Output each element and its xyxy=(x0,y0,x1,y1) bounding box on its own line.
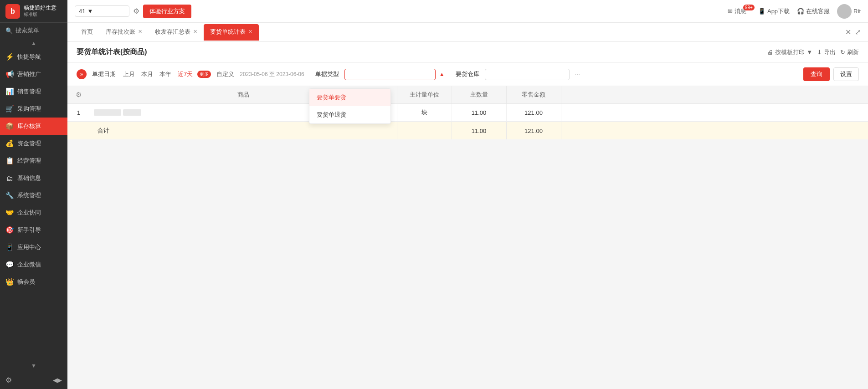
settings-icon[interactable]: ⚙ xyxy=(5,376,12,384)
footer-retail-amount: 121.00 xyxy=(507,122,561,139)
filter-bar: » 单据日期 上月 本月 本年 近7天 更多 自定义 2023-05-06 至 … xyxy=(67,63,868,86)
export-action[interactable]: ⬇ 导出 xyxy=(817,48,836,56)
custom-date[interactable]: 自定义 xyxy=(216,70,234,78)
col-retail-amount: 零售金额 xyxy=(507,86,561,103)
last-7-days-shortcut[interactable]: 近7天 xyxy=(176,69,195,79)
message-badge: 99+ xyxy=(743,5,755,10)
sidebar-item-purchase[interactable]: 🛒采购管理 xyxy=(0,100,67,118)
page-content: 要货单统计表(按商品) 🖨 按模板打印 ▼ ⬇ 导出 ↻ 刷新 » xyxy=(67,42,868,389)
type-chevron-icon[interactable]: ▲ xyxy=(439,71,445,77)
sidebar-item-system[interactable]: 🔧系统管理 xyxy=(0,187,67,204)
nav-label-app-center: 应用中心 xyxy=(17,243,41,251)
store-chevron-icon: ▼ xyxy=(87,8,93,15)
sidebar-item-inventory[interactable]: 📦库存核算 xyxy=(0,118,67,135)
page-title-bar: 要货单统计表(按商品) 🖨 按模板打印 ▼ ⬇ 导出 ↻ 刷新 xyxy=(67,42,868,63)
app-download-action[interactable]: 📱 App下载 xyxy=(758,7,790,15)
sidebar-item-quick-nav[interactable]: ⚡快捷导航 xyxy=(0,48,67,66)
tab-home[interactable]: 首页 xyxy=(75,24,99,41)
sidebar-item-membership[interactable]: 👑畅会员 xyxy=(0,273,67,291)
tab-expand-icon[interactable]: ⤢ xyxy=(855,28,861,36)
type-filter-input[interactable] xyxy=(344,69,436,80)
nav-label-basics: 基础信息 xyxy=(17,174,41,182)
message-action[interactable]: ✉ 消息 99+ xyxy=(728,7,751,15)
date-shortcuts: 上月 本月 本年 近7天 更多 xyxy=(121,69,211,79)
top-header: 41 ▼ ⚙ 体验行业方案 ✉ 消息 99+ 📱 App下载 🎧 在线客服 R xyxy=(67,0,868,23)
type-dropdown: 要货单要货 要货单退货 xyxy=(309,88,391,124)
nav-icon-guide: 🎯 xyxy=(5,226,14,234)
footer-extra xyxy=(561,122,868,139)
this-year-shortcut[interactable]: 本年 xyxy=(158,69,173,79)
message-icon: ✉ xyxy=(728,8,733,15)
this-month-shortcut[interactable]: 本月 xyxy=(139,69,155,79)
refresh-action[interactable]: ↻ 刷新 xyxy=(840,48,859,56)
sidebar-nav: ⚡快捷导航📢营销推广📊销售管理🛒采购管理📦库存核算💰资金管理📋经营管理🗂基础信息… xyxy=(0,48,67,361)
nav-icon-app-center: 📱 xyxy=(5,243,14,251)
online-service-label: 在线客服 xyxy=(806,7,830,15)
nav-label-operations: 经营管理 xyxy=(17,157,41,165)
table-body: 1 块 11.00 121.00 xyxy=(67,104,868,122)
nav-icon-system: 🔧 xyxy=(5,191,14,200)
sidebar-item-finance[interactable]: 💰资金管理 xyxy=(0,135,67,152)
tab-order-stats[interactable]: 要货单统计表✕ xyxy=(204,24,259,41)
nav-label-wechat: 企业微信 xyxy=(17,261,41,269)
warehouse-input[interactable] xyxy=(485,69,570,80)
col-settings[interactable]: ⚙ xyxy=(67,86,90,103)
nav-label-finance: 资金管理 xyxy=(17,139,41,148)
sidebar-search[interactable]: 🔍 搜索菜单 xyxy=(0,23,67,38)
app-sub: 标准版 xyxy=(24,11,56,18)
sidebar-item-marketing[interactable]: 📢营销推广 xyxy=(0,66,67,83)
table-footer: 合计 11.00 121.00 xyxy=(67,122,868,139)
col-main-qty: 主数量 xyxy=(452,86,507,103)
sidebar-item-app-center[interactable]: 📱应用中心 xyxy=(0,239,67,256)
sidebar-item-enterprise[interactable]: 🤝企业协同 xyxy=(0,204,67,221)
table-container: ⚙ 商品 主计量单位 主数量 零售金额 1 块 11.00 121.00 合计 xyxy=(67,86,868,139)
prev-month-shortcut[interactable]: 上月 xyxy=(121,69,137,79)
td-main-qty: 11.00 xyxy=(452,104,507,121)
tab-close-receivable-summary[interactable]: ✕ xyxy=(193,29,197,35)
tab-bar-close-icon[interactable]: ✕ xyxy=(845,28,851,36)
print-action[interactable]: 🖨 按模板打印 ▼ xyxy=(767,48,812,56)
sidebar-scroll-up[interactable]: ▲ xyxy=(0,38,67,48)
td-main-unit: 块 xyxy=(397,104,452,121)
tab-inventory-batch[interactable]: 库存批次账✕ xyxy=(99,24,149,41)
user-profile[interactable]: Rit xyxy=(837,4,861,19)
sidebar-item-guide[interactable]: 🎯新手引导 xyxy=(0,221,67,239)
nav-label-quick-nav: 快捷导航 xyxy=(17,53,41,61)
trial-button[interactable]: 体验行业方案 xyxy=(143,5,191,18)
store-selector[interactable]: 41 ▼ xyxy=(75,5,129,17)
warehouse-more-icon[interactable]: ··· xyxy=(575,71,580,78)
tab-receivable-summary[interactable]: 收发存汇总表✕ xyxy=(149,24,204,41)
warehouse-label: 要货仓库 xyxy=(456,70,479,78)
product-code-placeholder xyxy=(123,109,141,116)
query-button[interactable]: 查询 xyxy=(803,67,830,81)
online-service-action[interactable]: 🎧 在线客服 xyxy=(797,7,830,15)
sidebar-item-operations[interactable]: 📋经营管理 xyxy=(0,152,67,169)
sidebar-item-sales[interactable]: 📊销售管理 xyxy=(0,83,67,100)
nav-label-guide: 新手引导 xyxy=(17,226,41,234)
print-icon: 🖨 xyxy=(767,49,773,56)
nav-label-sales: 销售管理 xyxy=(17,87,41,96)
sidebar-item-basics[interactable]: 🗂基础信息 xyxy=(0,169,67,187)
tab-close-order-stats[interactable]: ✕ xyxy=(248,29,252,35)
tab-bar-actions: ✕ ⤢ xyxy=(845,28,861,36)
nav-label-membership: 畅会员 xyxy=(17,278,35,286)
table-settings-gear-icon[interactable]: ⚙ xyxy=(76,91,82,99)
filter-expand-button[interactable]: » xyxy=(77,69,87,79)
app-download-label: App下载 xyxy=(767,7,790,15)
type-filter-group: ▲ xyxy=(344,69,445,80)
sidebar-collapse-btn[interactable]: ◀▶ xyxy=(53,377,62,384)
user-name: Rit xyxy=(853,8,861,15)
date-range-display: 2023-05-06 至 2023-06-06 xyxy=(240,71,304,78)
sidebar-item-wechat[interactable]: 💬企业微信 xyxy=(0,256,67,273)
header-settings-icon[interactable]: ⚙ xyxy=(133,7,139,15)
tab-label-home: 首页 xyxy=(81,28,93,36)
tab-close-inventory-batch[interactable]: ✕ xyxy=(138,29,142,35)
td-extra xyxy=(561,104,868,121)
dropdown-item-order-return[interactable]: 要货单退货 xyxy=(309,106,390,123)
tab-label-inventory-batch: 库存批次账 xyxy=(106,28,135,36)
dropdown-item-order-goods[interactable]: 要货单要货 xyxy=(309,89,390,106)
app-logo-icon: b xyxy=(5,4,20,19)
settings-button[interactable]: 设置 xyxy=(833,67,859,81)
more-date-badge[interactable]: 更多 xyxy=(197,71,211,78)
sidebar-scroll-down[interactable]: ▼ xyxy=(0,361,67,371)
